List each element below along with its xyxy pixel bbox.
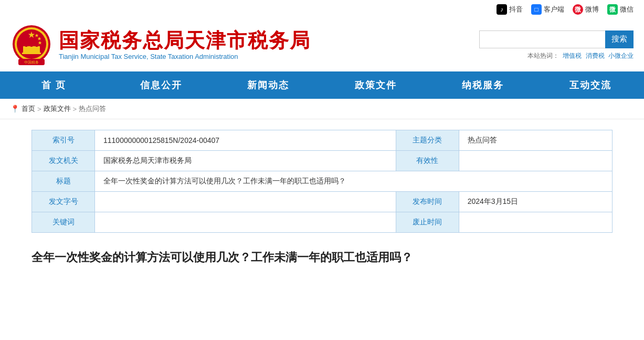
svg-rect-6 [30,44,33,47]
svg-text:中国税务: 中国税务 [24,60,39,65]
nav-item-news[interactable]: 新闻动态 [215,71,322,99]
client-label: 客户端 [544,5,564,14]
search-button[interactable]: 搜索 [605,30,634,48]
breadcrumb-home[interactable]: 首页 [22,104,35,114]
nav-item-interact[interactable]: 互动交流 [537,71,645,99]
table-row-5: 关键词 废止时间 [32,212,613,233]
svg-rect-3 [23,46,40,53]
weibo-social[interactable]: 微 微博 [573,4,599,15]
douyin-label: 抖音 [509,5,523,14]
hot-link-3[interactable]: 小微企业 [608,52,634,59]
value-suoyinhao: 11100000000125815N/2024-00407 [95,130,396,151]
value-feizhishijian [459,212,612,233]
label-guanjianci: 关键词 [32,212,95,233]
content-area: 索引号 11100000000125815N/2024-00407 主题分类 热… [0,119,644,276]
douyin-icon: ♪ [497,4,507,15]
search-area: 搜索 本站热词： 增值税 消费税 小微企业 [479,30,634,60]
nav-item-home[interactable]: 首 页 [0,71,108,99]
weixin-label: 微信 [620,5,634,14]
label-suoyinhao: 索引号 [32,130,95,151]
value-zhutifenlei: 热点问答 [459,130,612,151]
breadcrumb-policy[interactable]: 政策文件 [44,104,71,114]
weixin-social[interactable]: 微 微信 [607,4,634,15]
value-guanjianci [95,212,396,233]
weixin-icon: 微 [607,4,618,15]
logo-text-area: 国家税务总局天津市税务局 Tianjin Municipal Tax Servi… [59,30,311,61]
logo-area: 中国税务 国家税务总局天津市税务局 Tianjin Municipal Tax … [10,24,479,66]
table-row-3: 标题 全年一次性奖金的计算方法可以使用几次？工作未满一年的职工也适用吗？ [32,171,613,192]
weibo-label: 微博 [585,5,599,14]
top-social-bar: ♪ 抖音 □ 客户端 微 微博 微 微信 [0,0,644,19]
label-fabushijian: 发布时间 [396,192,459,212]
main-nav: 首 页 信息公开 新闻动态 政策文件 纳税服务 互动交流 [0,71,644,99]
label-fawenzihao: 发文字号 [32,192,95,212]
label-fawenjiguan: 发文机关 [32,151,95,171]
value-fabushijian: 2024年3月15日 [459,192,612,212]
info-table: 索引号 11100000000125815N/2024-00407 主题分类 热… [31,130,613,233]
label-zhutifenlei: 主题分类 [396,130,459,151]
label-biaoyi: 标题 [32,171,95,192]
hot-label: 本站热词： [527,52,559,59]
hot-link-2[interactable]: 消费税 [586,52,605,59]
search-box: 搜索 [479,30,634,48]
svg-rect-7 [36,45,38,47]
header: 中国税务 国家税务总局天津市税务局 Tianjin Municipal Tax … [0,19,644,71]
logo-title: 国家税务总局天津市税务局 [59,30,311,52]
breadcrumb-sep-2: > [73,105,77,113]
value-fawenjiguan: 国家税务总局天津市税务局 [95,151,396,171]
label-feizhishijian: 废止时间 [396,212,459,233]
breadcrumb-current: 热点问答 [79,104,106,114]
table-row-1: 索引号 11100000000125815N/2024-00407 主题分类 热… [32,130,613,151]
search-input[interactable] [479,30,605,48]
nav-item-info[interactable]: 信息公开 [108,71,215,99]
breadcrumb-sep-1: > [37,105,41,113]
article-title: 全年一次性奖金的计算方法可以使用几次？工作未满一年的职工也适用吗？ [31,249,613,266]
client-social[interactable]: □ 客户端 [531,4,564,15]
client-icon: □ [531,4,542,15]
value-biaoti: 全年一次性奖金的计算方法可以使用几次？工作未满一年的职工也适用吗？ [95,171,613,192]
hot-link-1[interactable]: 增值税 [563,52,582,59]
weibo-icon: 微 [573,4,583,15]
breadcrumb: 📍 首页 > 政策文件 > 热点问答 [0,99,644,119]
table-row-2: 发文机关 国家税务总局天津市税务局 有效性 [32,151,613,171]
location-icon: 📍 [10,105,19,113]
nav-item-tax[interactable]: 纳税服务 [429,71,537,99]
svg-rect-4 [22,53,41,54]
value-fawenzihao [95,192,396,212]
logo-emblem: 中国税务 [10,24,52,66]
value-youxiaoxing [459,151,612,171]
svg-rect-5 [25,45,27,47]
table-row-4: 发文字号 发布时间 2024年3月15日 [32,192,613,212]
label-youxiaoxing: 有效性 [396,151,459,171]
nav-item-policy[interactable]: 政策文件 [322,71,430,99]
logo-subtitle: Tianjin Municipal Tax Service, State Tax… [59,53,311,60]
hot-keywords: 本站热词： 增值税 消费税 小微企业 [527,51,634,60]
douyin-social[interactable]: ♪ 抖音 [497,4,523,15]
